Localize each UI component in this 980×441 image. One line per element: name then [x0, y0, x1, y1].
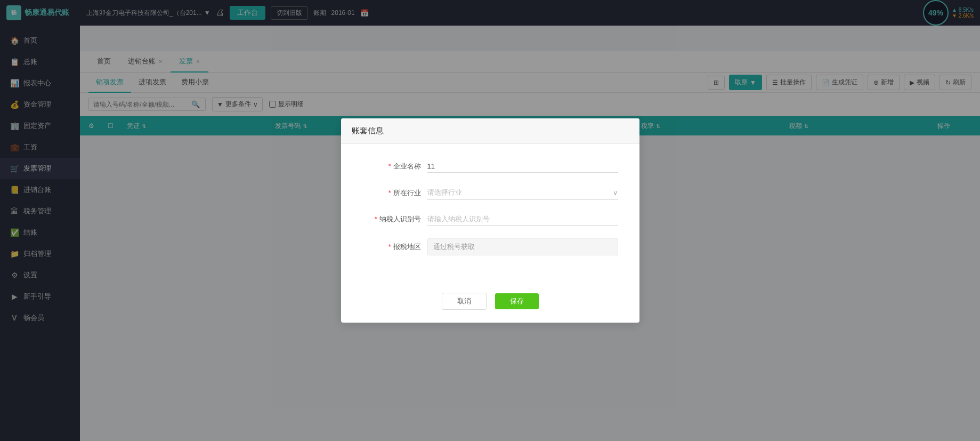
company-name-input[interactable] — [427, 160, 618, 173]
tax-id-label: * 纳税人识别号 — [362, 214, 421, 224]
tax-region-display: 通过税号获取 — [427, 238, 618, 255]
form-row-tax-region: * 报税地区 通过税号获取 — [362, 238, 618, 255]
industry-dropdown-icon: ∨ — [613, 189, 618, 197]
form-row-industry: * 所在行业 请选择行业 ∨ — [362, 186, 618, 200]
dialog-title: 账套信息 — [352, 126, 384, 135]
tax-region-label: * 报税地区 — [362, 242, 421, 252]
form-row-tax-id: * 纳税人识别号 — [362, 213, 618, 226]
company-name-label: * 企业名称 — [362, 162, 421, 171]
industry-placeholder: 请选择行业 — [427, 188, 462, 197]
account-info-dialog: 账套信息 * 企业名称 * 所在行业 请选择行业 ∨ — [341, 118, 639, 323]
industry-label: * 所在行业 — [362, 188, 421, 198]
cancel-button[interactable]: 取消 — [442, 293, 487, 310]
dialog-footer: 取消 保存 — [341, 284, 639, 323]
modal-overlay: 账套信息 * 企业名称 * 所在行业 请选择行业 ∨ — [0, 0, 980, 441]
save-button[interactable]: 保存 — [495, 293, 539, 309]
tax-id-input[interactable] — [427, 213, 618, 226]
dialog-header: 账套信息 — [341, 118, 639, 144]
industry-select[interactable]: 请选择行业 ∨ — [427, 186, 618, 200]
form-row-company: * 企业名称 — [362, 160, 618, 173]
dialog-body: * 企业名称 * 所在行业 请选择行业 ∨ * — [341, 144, 639, 284]
